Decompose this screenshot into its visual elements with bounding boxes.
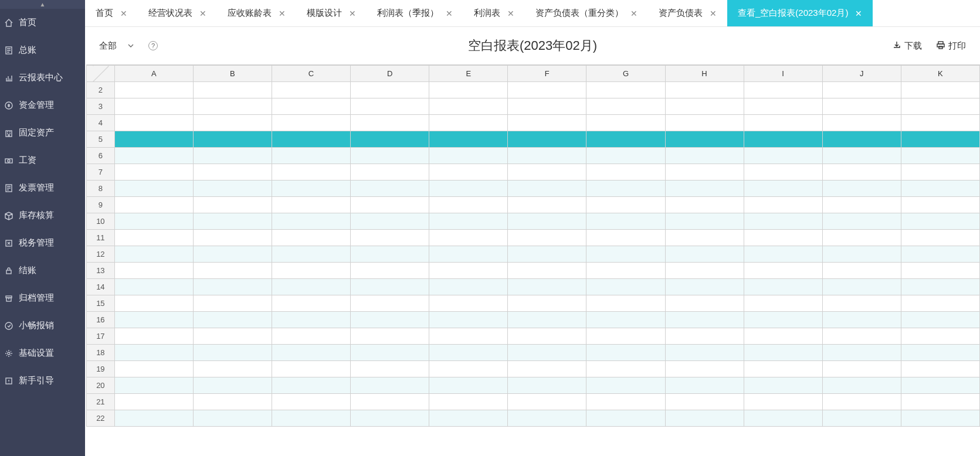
cell-I19[interactable]	[744, 361, 822, 377]
cell-J9[interactable]	[822, 197, 901, 213]
cell-F17[interactable]	[508, 328, 586, 345]
tab-8[interactable]: 查看_空白报表(2023年02月)✕	[727, 0, 873, 26]
cell-H2[interactable]	[665, 82, 744, 98]
cell-B12[interactable]	[193, 246, 272, 263]
row-header-11[interactable]: 11	[87, 230, 115, 246]
cell-B10[interactable]	[193, 213, 272, 230]
cell-G8[interactable]	[586, 181, 665, 197]
cell-E16[interactable]	[429, 312, 508, 328]
tab-5[interactable]: 利润表✕	[463, 0, 525, 26]
cell-E10[interactable]	[429, 213, 508, 230]
cell-I13[interactable]	[744, 263, 822, 279]
cell-I4[interactable]	[744, 115, 822, 131]
cell-F10[interactable]	[508, 213, 586, 230]
cell-K18[interactable]	[901, 345, 979, 361]
cell-E14[interactable]	[429, 279, 508, 295]
sidebar-item-5[interactable]: 工资	[0, 147, 85, 174]
cell-G22[interactable]	[586, 410, 665, 427]
cell-K20[interactable]	[901, 377, 979, 394]
cell-H14[interactable]	[665, 279, 744, 295]
cell-F4[interactable]	[508, 115, 586, 131]
cell-I15[interactable]	[744, 295, 822, 312]
cell-A18[interactable]	[114, 345, 193, 361]
cell-J6[interactable]	[822, 148, 901, 164]
cell-H3[interactable]	[665, 98, 744, 115]
row-header-20[interactable]: 20	[87, 377, 115, 394]
cell-A11[interactable]	[114, 230, 193, 246]
cell-D3[interactable]	[351, 98, 429, 115]
cell-E22[interactable]	[429, 410, 508, 427]
close-icon[interactable]: ✕	[347, 9, 358, 18]
cell-C14[interactable]	[272, 279, 350, 295]
cell-H22[interactable]	[665, 410, 744, 427]
cell-C8[interactable]	[272, 181, 350, 197]
cell-C9[interactable]	[272, 197, 350, 213]
cell-J3[interactable]	[822, 98, 901, 115]
cell-G13[interactable]	[586, 263, 665, 279]
cell-K7[interactable]	[901, 164, 979, 181]
cell-C18[interactable]	[272, 345, 350, 361]
cell-K9[interactable]	[901, 197, 979, 213]
cell-C21[interactable]	[272, 394, 350, 410]
cell-D6[interactable]	[351, 148, 429, 164]
row-header-22[interactable]: 22	[87, 410, 115, 427]
cell-A10[interactable]	[114, 213, 193, 230]
cell-A17[interactable]	[114, 328, 193, 345]
cell-G6[interactable]	[586, 148, 665, 164]
sidebar-item-12[interactable]: 基础设置	[0, 339, 85, 367]
row-header-8[interactable]: 8	[87, 181, 115, 197]
cell-C7[interactable]	[272, 164, 350, 181]
cell-I8[interactable]	[744, 181, 822, 197]
row-header-12[interactable]: 12	[87, 246, 115, 263]
cell-A21[interactable]	[114, 394, 193, 410]
sidebar-item-6[interactable]: 发票管理	[0, 174, 85, 202]
cell-B18[interactable]	[193, 345, 272, 361]
cell-J14[interactable]	[822, 279, 901, 295]
sidebar-item-7[interactable]: 库存核算	[0, 202, 85, 229]
cell-B19[interactable]	[193, 361, 272, 377]
cell-B11[interactable]	[193, 230, 272, 246]
cell-C20[interactable]	[272, 377, 350, 394]
cell-D13[interactable]	[351, 263, 429, 279]
cell-H20[interactable]	[665, 377, 744, 394]
tab-0[interactable]: 首页✕	[85, 0, 138, 26]
col-header-E[interactable]: E	[429, 66, 508, 82]
cell-K10[interactable]	[901, 213, 979, 230]
tab-4[interactable]: 利润表（季报）✕	[367, 0, 463, 26]
cell-A15[interactable]	[114, 295, 193, 312]
sidebar-item-9[interactable]: 结账	[0, 257, 85, 284]
cell-H13[interactable]	[665, 263, 744, 279]
row-header-19[interactable]: 19	[87, 361, 115, 377]
cell-G21[interactable]	[586, 394, 665, 410]
row-header-2[interactable]: 2	[87, 82, 115, 98]
cell-D17[interactable]	[351, 328, 429, 345]
col-header-K[interactable]: K	[901, 66, 979, 82]
cell-I2[interactable]	[744, 82, 822, 98]
cell-F13[interactable]	[508, 263, 586, 279]
cell-B7[interactable]	[193, 164, 272, 181]
cell-E15[interactable]	[429, 295, 508, 312]
row-header-15[interactable]: 15	[87, 295, 115, 312]
cell-B17[interactable]	[193, 328, 272, 345]
cell-D11[interactable]	[351, 230, 429, 246]
cell-E5[interactable]	[429, 131, 508, 148]
download-button[interactable]: 下载	[892, 40, 922, 52]
cell-C15[interactable]	[272, 295, 350, 312]
sidebar-item-10[interactable]: 归档管理	[0, 284, 85, 312]
cell-F2[interactable]	[508, 82, 586, 98]
cell-I6[interactable]	[744, 148, 822, 164]
cell-A3[interactable]	[114, 98, 193, 115]
cell-B2[interactable]	[193, 82, 272, 98]
cell-K22[interactable]	[901, 410, 979, 427]
cell-A9[interactable]	[114, 197, 193, 213]
cell-K17[interactable]	[901, 328, 979, 345]
cell-F18[interactable]	[508, 345, 586, 361]
cell-C19[interactable]	[272, 361, 350, 377]
cell-B14[interactable]	[193, 279, 272, 295]
cell-C3[interactable]	[272, 98, 350, 115]
sidebar-item-13[interactable]: 新手引导	[0, 367, 85, 394]
cell-C5[interactable]	[272, 131, 350, 148]
cell-D4[interactable]	[351, 115, 429, 131]
cell-G19[interactable]	[586, 361, 665, 377]
cell-D12[interactable]	[351, 246, 429, 263]
